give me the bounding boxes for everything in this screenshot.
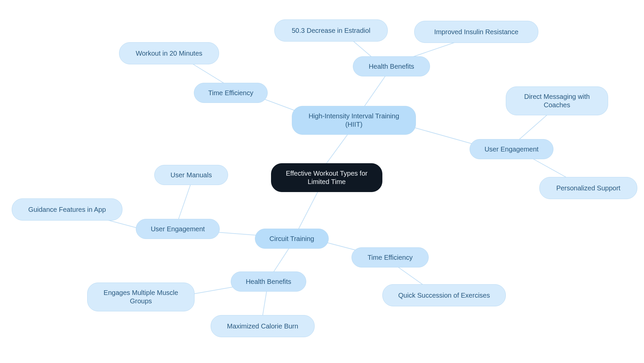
- node-hiit-user-engagement[interactable]: User Engagement: [470, 139, 553, 159]
- edge: [297, 191, 318, 232]
- label: Guidance Features in App: [28, 205, 106, 214]
- edge: [178, 183, 191, 221]
- root-label: Effective Workout Types for Limited Time: [280, 169, 373, 186]
- node-hiit-messaging[interactable]: Direct Messaging with Coaches: [506, 86, 608, 115]
- label: Health Benefits: [246, 278, 291, 286]
- node-hiit-personalized[interactable]: Personalized Support: [539, 177, 637, 199]
- node-hiit[interactable]: High-Intensity Interval Training (HIIT): [292, 106, 416, 135]
- label: 50.3 Decrease in Estradiol: [292, 26, 371, 35]
- root-node[interactable]: Effective Workout Types for Limited Time: [271, 163, 382, 192]
- label: User Engagement: [151, 225, 205, 233]
- node-circuit-guidance[interactable]: Guidance Features in App: [12, 198, 122, 221]
- mindmap-canvas: Effective Workout Types for Limited Time…: [0, 0, 644, 363]
- node-circuit-muscle[interactable]: Engages Multiple Muscle Groups: [87, 283, 195, 311]
- label: User Manuals: [170, 171, 212, 179]
- node-circuit-quick[interactable]: Quick Succession of Exercises: [382, 284, 506, 306]
- label: Personalized Support: [556, 184, 620, 192]
- node-circuit-time-efficiency[interactable]: Time Efficiency: [352, 247, 429, 267]
- edge: [272, 248, 289, 275]
- node-circuit-manuals[interactable]: User Manuals: [154, 165, 228, 185]
- label: Time Efficiency: [368, 253, 413, 262]
- label: Workout in 20 Minutes: [136, 49, 203, 58]
- label: Time Efficiency: [208, 89, 253, 97]
- label: Engages Multiple Muscle Groups: [96, 289, 185, 305]
- node-circuit-health-benefits[interactable]: Health Benefits: [231, 271, 306, 292]
- node-circuit[interactable]: Circuit Training: [255, 229, 329, 249]
- node-circuit-calorie[interactable]: Maximized Calorie Burn: [211, 315, 315, 337]
- label: Improved Insulin Resistance: [434, 28, 518, 36]
- label: Maximized Calorie Burn: [227, 322, 298, 330]
- node-hiit-insulin[interactable]: Improved Insulin Resistance: [414, 21, 538, 43]
- node-hiit-health-benefits[interactable]: Health Benefits: [353, 56, 430, 76]
- edge: [324, 130, 351, 166]
- node-hiit-label: High-Intensity Interval Training (HIIT): [301, 112, 407, 129]
- node-hiit-time-efficiency[interactable]: Time Efficiency: [194, 83, 268, 103]
- edge: [363, 73, 387, 108]
- label: Direct Messaging with Coaches: [515, 93, 599, 109]
- node-hiit-estradiol[interactable]: 50.3 Decrease in Estradiol: [274, 19, 388, 42]
- node-circuit-user-engagement[interactable]: User Engagement: [136, 219, 220, 239]
- node-hiit-workout-20[interactable]: Workout in 20 Minutes: [119, 42, 219, 64]
- label: Health Benefits: [369, 62, 414, 71]
- label: Quick Succession of Exercises: [398, 291, 490, 300]
- edge: [517, 112, 550, 142]
- label: Circuit Training: [269, 235, 314, 243]
- label: User Engagement: [484, 145, 538, 154]
